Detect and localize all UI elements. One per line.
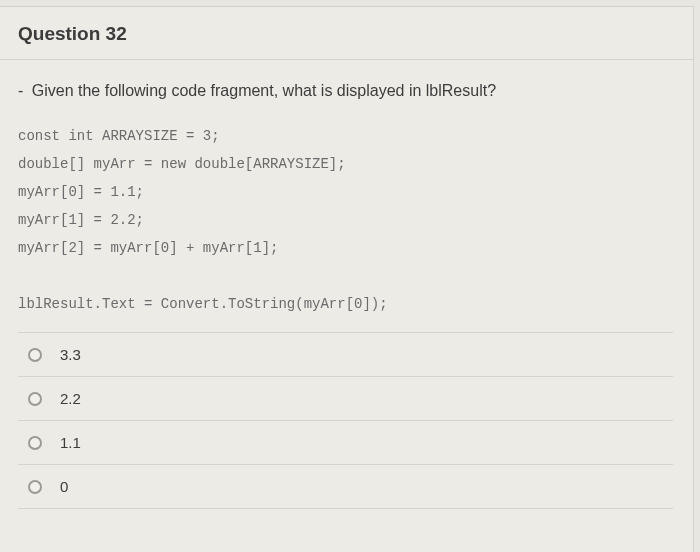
- code-line: myArr[0] = 1.1;: [18, 184, 144, 200]
- options-list: 3.3 2.2 1.1 0: [18, 332, 673, 509]
- code-line: const int ARRAYSIZE = 3;: [18, 128, 220, 144]
- code-block: const int ARRAYSIZE = 3; double[] myArr …: [18, 122, 673, 318]
- code-line: lblResult.Text = Convert.ToString(myArr[…: [18, 296, 388, 312]
- option-label: 0: [60, 478, 68, 495]
- prompt-dash: -: [18, 82, 23, 99]
- option-label: 1.1: [60, 434, 81, 451]
- option-row[interactable]: 1.1: [18, 421, 673, 465]
- option-row[interactable]: 2.2: [18, 377, 673, 421]
- option-row[interactable]: 0: [18, 465, 673, 509]
- prompt-text: Given the following code fragment, what …: [32, 82, 496, 99]
- question-prompt: - Given the following code fragment, wha…: [18, 82, 673, 100]
- radio-icon[interactable]: [28, 436, 42, 450]
- radio-icon[interactable]: [28, 348, 42, 362]
- code-line: myArr[2] = myArr[0] + myArr[1];: [18, 240, 278, 256]
- option-label: 2.2: [60, 390, 81, 407]
- code-line: myArr[1] = 2.2;: [18, 212, 144, 228]
- question-body: - Given the following code fragment, wha…: [0, 60, 693, 509]
- option-row[interactable]: 3.3: [18, 333, 673, 377]
- code-line: double[] myArr = new double[ARRAYSIZE];: [18, 156, 346, 172]
- question-title: Question 32: [18, 23, 673, 45]
- question-header: Question 32: [0, 7, 693, 60]
- radio-icon[interactable]: [28, 392, 42, 406]
- question-card: Question 32 - Given the following code f…: [0, 6, 694, 552]
- option-label: 3.3: [60, 346, 81, 363]
- radio-icon[interactable]: [28, 480, 42, 494]
